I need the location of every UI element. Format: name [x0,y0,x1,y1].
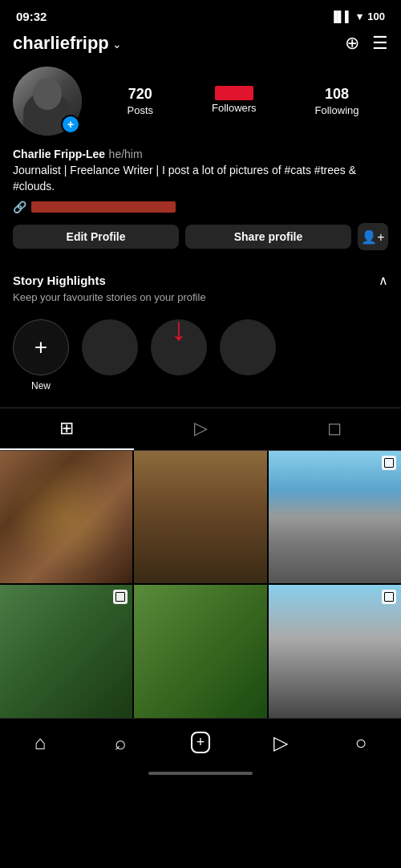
tab-grid[interactable]: ⊞ [0,408,134,450]
following-count: 108 [325,86,349,103]
username: charliefripp [13,33,109,54]
highlights-title: Story Highlights [13,274,106,287]
status-bar: 09:32 ▐▌▌ ▾ 100 [0,0,401,30]
nav-home[interactable]: ⌂ [21,727,59,759]
header: charliefripp ⌄ ⊕ ☰ [0,30,401,63]
home-indicator [0,765,401,778]
nav-profile[interactable]: ○ [342,727,380,759]
profile-top: + 720 Posts Followers 108 Following [13,67,388,136]
highlight-circle-1[interactable] [82,319,138,375]
grid-cell-3[interactable] [269,451,401,583]
chevron-down-icon: ⌄ [112,38,122,51]
username-area[interactable]: charliefripp ⌄ [13,33,122,54]
tagged-icon: ◻ [327,418,342,439]
highlights-subtitle: Keep your favourite stories on your prof… [13,291,388,305]
grid-icon: ⊞ [59,418,74,439]
nav-add[interactable]: + [181,727,220,759]
bio: Journalist | Freelance Writer | I post a… [13,163,388,194]
followers-bar [215,86,253,100]
following-label: Following [315,104,359,116]
battery: 100 [367,10,385,22]
edit-profile-button[interactable]: Edit Profile [13,225,179,249]
tab-reels[interactable]: ▷ [134,408,268,450]
nav-reels[interactable]: ▷ [261,727,300,759]
posts-count: 720 [128,86,152,103]
header-icons: ⊕ ☰ [345,34,388,52]
home-icon: ⌂ [34,732,47,754]
posts-stat: 720 Posts [127,86,153,116]
photo-grid [0,451,401,718]
add-story-button[interactable]: + [61,115,80,134]
highlight-new[interactable]: + New [13,319,69,391]
posts-label: Posts [127,104,153,116]
red-arrow-indicator: ↓ [171,313,187,345]
highlights-row: + New ↓ [13,316,388,401]
avatar-container: + [13,67,82,136]
followers-stat[interactable]: Followers [212,86,257,116]
tab-bar: ⊞ ▷ ◻ [0,408,401,451]
tab-tagged[interactable]: ◻ [267,408,401,450]
add-icon: + [191,732,211,753]
highlight-1[interactable] [82,319,138,375]
link-icon: 🔗 [13,201,26,213]
nav-search[interactable]: ⌕ [101,727,140,759]
share-profile-button[interactable]: Share profile [185,225,351,249]
action-buttons: Edit Profile Share profile 👤+ [13,223,388,250]
profile-name-row: Charlie Fripp-Lee he/him [13,147,388,161]
story-highlights: Story Highlights ∧ Keep your favourite s… [0,273,401,408]
time: 09:32 [16,10,47,23]
add-person-icon: 👤+ [361,229,384,245]
add-friend-button[interactable]: 👤+ [358,223,388,250]
pronouns: he/him [109,148,143,160]
bottom-nav: ⌂ ⌕ + ▷ ○ [0,718,401,765]
followers-label: Followers [212,102,257,114]
link-url[interactable] [31,201,176,213]
signal-icon: ▐▌▌ [330,10,353,22]
menu-button[interactable]: ☰ [372,34,388,52]
following-stat[interactable]: 108 Following [315,86,359,116]
highlight-2[interactable]: ↓ [151,319,207,375]
multi-photo-icon-6 [382,590,396,604]
display-name: Charlie Fripp-Lee [13,148,105,160]
profile-section: + 720 Posts Followers 108 Following Char… [0,63,401,273]
grid-cell-2[interactable] [134,451,266,583]
nav-reels-icon: ▷ [273,732,288,754]
grid-cell-5[interactable] [134,585,266,717]
highlight-3[interactable] [220,319,276,375]
new-circle[interactable]: + [13,319,69,375]
highlight-circle-3[interactable] [220,319,276,375]
home-bar [148,772,253,775]
stats: 720 Posts Followers 108 Following [98,86,388,116]
plus-icon: + [34,336,47,359]
search-icon: ⌕ [115,732,126,754]
wifi-icon: ▾ [357,10,363,22]
multi-photo-icon-4 [113,590,128,604]
grid-cell-1[interactable] [0,451,132,583]
status-icons: ▐▌▌ ▾ 100 [330,10,385,22]
profile-link[interactable]: 🔗 [13,201,388,213]
add-post-button[interactable]: ⊕ [345,34,359,52]
grid-cell-4[interactable] [0,585,132,717]
profile-icon: ○ [355,732,367,754]
grid-cell-6[interactable] [269,585,401,717]
highlights-chevron-icon[interactable]: ∧ [379,273,388,288]
reels-icon: ▷ [194,418,208,439]
multi-photo-icon-3 [382,456,396,470]
highlights-header: Story Highlights ∧ [13,273,388,288]
new-label: New [31,380,51,391]
